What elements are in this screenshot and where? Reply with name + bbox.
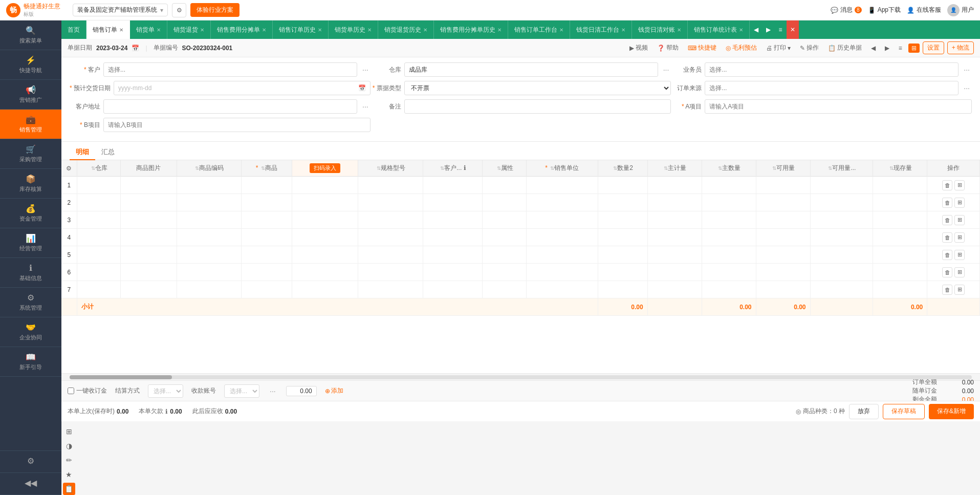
tab-close-icon[interactable]: ✕ bbox=[318, 27, 322, 33]
salesperson-input[interactable] bbox=[705, 62, 959, 77]
warehouse-more-icon[interactable]: ··· bbox=[661, 66, 671, 74]
sidebar-item-finance[interactable]: 💰 资金管理 bbox=[0, 199, 61, 228]
tab-menu-button[interactable]: ≡ bbox=[774, 20, 787, 39]
sidebar-item-purchase[interactable]: 🛒 采购管理 bbox=[0, 139, 61, 169]
checkout-checkbox[interactable] bbox=[68, 388, 74, 394]
view-list-button[interactable]: ≡ bbox=[896, 44, 905, 53]
message-button[interactable]: 💬 消息 8 bbox=[831, 6, 862, 14]
th-available2[interactable]: ⇅可用量... bbox=[810, 160, 873, 177]
tab-return-hist[interactable]: 销货退货历史 ✕ bbox=[378, 20, 434, 39]
sidebar-item-enterprise[interactable]: 🤝 企业协同 bbox=[0, 317, 61, 347]
warehouse-input[interactable] bbox=[404, 62, 658, 77]
shortcut-button[interactable]: ⌨ 快捷键 bbox=[685, 42, 720, 53]
customer-input[interactable] bbox=[103, 62, 357, 77]
online-service-button[interactable]: 👤 在线客服 bbox=[907, 6, 941, 14]
tab-sales-cost[interactable]: 销售费用分摊单 ✕ bbox=[211, 20, 273, 39]
th-warehouse[interactable]: ⇅仓库 bbox=[77, 160, 121, 177]
tab-close-icon[interactable]: ✕ bbox=[200, 27, 204, 33]
th-code[interactable]: ⇅商品编码 bbox=[177, 160, 241, 177]
order-source-more-icon[interactable]: ··· bbox=[962, 84, 972, 92]
th-customer-code[interactable]: ⇅客户... ℹ bbox=[423, 160, 483, 177]
tab-sales-goods[interactable]: 销货单 ✕ bbox=[130, 20, 167, 39]
sidebar-item-marketing[interactable]: 📢 营销推广 bbox=[0, 80, 61, 110]
profit-button[interactable]: ◎ 毛利预估 bbox=[723, 42, 760, 53]
right-panel-icon-2[interactable]: ◑ bbox=[63, 440, 75, 452]
address-input[interactable] bbox=[103, 99, 357, 114]
delete-row-button[interactable]: 🗑 bbox=[942, 232, 952, 243]
view-detail-button[interactable]: ⊞ bbox=[908, 44, 920, 53]
th-sales-unit[interactable]: * ⇅销售单位 bbox=[527, 160, 598, 177]
delete-row-button[interactable]: 🗑 bbox=[942, 285, 952, 295]
tab-close-icon[interactable]: ✕ bbox=[262, 27, 266, 33]
print-button[interactable]: 🖨 打印 ▾ bbox=[763, 42, 794, 53]
tab-daily-workbench[interactable]: 钱货日清工作台 ✕ bbox=[570, 20, 632, 39]
tab-sales-order-hist[interactable]: 销售订单历史 ✕ bbox=[273, 20, 329, 39]
th-image[interactable]: 商品图片 bbox=[121, 160, 177, 177]
tab-sales-order[interactable]: 销售订单 ✕ bbox=[86, 20, 130, 39]
sidebar-item-guide[interactable]: 📖 新手引导 bbox=[0, 347, 61, 377]
th-main-unit[interactable]: ⇅主计量 bbox=[647, 160, 702, 177]
delete-row-button[interactable]: 🗑 bbox=[942, 215, 952, 225]
right-panel-icon-1[interactable]: ⊞ bbox=[63, 425, 75, 438]
salesperson-more-icon[interactable]: ··· bbox=[962, 66, 972, 74]
copy-row-button[interactable]: ⊞ bbox=[954, 285, 965, 295]
a-project-input[interactable] bbox=[705, 99, 972, 114]
delete-row-button[interactable]: 🗑 bbox=[942, 180, 952, 190]
tab-sales-stats[interactable]: 销售订单统计表 ✕ bbox=[688, 20, 750, 39]
tab-summary[interactable]: 汇总 bbox=[95, 145, 121, 160]
user-area[interactable]: 👤 用户 bbox=[947, 4, 974, 16]
tab-close-icon[interactable]: ✕ bbox=[497, 27, 502, 33]
sidebar-collapse-button[interactable]: ◀◀ bbox=[0, 473, 61, 495]
delete-row-button[interactable]: 🗑 bbox=[942, 267, 952, 277]
copy-row-button[interactable]: ⊞ bbox=[954, 232, 965, 243]
tab-detail[interactable]: 明细 bbox=[70, 145, 95, 160]
tab-next-button[interactable]: ▶ bbox=[762, 20, 774, 39]
th-qty2[interactable]: ⇅数量2 bbox=[598, 160, 647, 177]
right-panel-icon-4[interactable]: ★ bbox=[63, 468, 75, 481]
add-logistics-button[interactable]: + 物流 bbox=[947, 41, 974, 54]
tab-close-icon[interactable]: ✕ bbox=[119, 27, 123, 33]
nav-prev-button[interactable]: ◀ bbox=[868, 44, 879, 53]
customer-more-icon[interactable]: ··· bbox=[360, 66, 371, 74]
copy-row-button[interactable]: ⊞ bbox=[954, 198, 965, 208]
settings-button[interactable]: ⚙ bbox=[172, 3, 186, 17]
tab-sales-return[interactable]: 销货退货 ✕ bbox=[167, 20, 211, 39]
app-download-button[interactable]: 📱 App下载 bbox=[868, 6, 901, 14]
sidebar-item-quicknav[interactable]: ⚡ 快捷导航 bbox=[0, 50, 61, 80]
tab-close-icon[interactable]: ✕ bbox=[423, 27, 427, 33]
scan-button[interactable]: 扫码录入 bbox=[310, 163, 340, 173]
add-payment-button[interactable]: ⊕ 添加 bbox=[325, 386, 343, 395]
account-select[interactable]: 选择... bbox=[224, 384, 259, 398]
delivery-date-input[interactable]: yyyy-mm-dd 📅 bbox=[114, 81, 371, 95]
sidebar-settings-button[interactable]: ⚙ bbox=[0, 450, 61, 473]
nav-next-button[interactable]: ▶ bbox=[882, 44, 892, 53]
tab-close-icon[interactable]: ✕ bbox=[157, 27, 161, 33]
address-more-icon[interactable]: ··· bbox=[360, 102, 371, 111]
th-spec[interactable]: ⇅规格型号 bbox=[358, 160, 423, 177]
sidebar-item-operations[interactable]: 📊 经营管理 bbox=[0, 228, 61, 258]
tab-close-icon[interactable]: ✕ bbox=[677, 27, 681, 33]
tab-order-workbench[interactable]: 销售订单工作台 ✕ bbox=[508, 20, 570, 39]
tab-cost-hist[interactable]: 销售费用分摊单历史 ✕ bbox=[434, 20, 508, 39]
tab-home[interactable]: 首页 bbox=[61, 20, 86, 39]
sidebar-item-search[interactable]: 🔍 搜索菜单 bbox=[0, 20, 61, 50]
calendar-icon[interactable]: 📅 bbox=[132, 45, 139, 52]
th-available[interactable]: ⇅可用量 bbox=[756, 160, 810, 177]
order-source-input[interactable] bbox=[705, 81, 959, 95]
copy-row-button[interactable]: ⊞ bbox=[954, 180, 965, 190]
tab-close-icon[interactable]: ✕ bbox=[621, 27, 625, 33]
history-button[interactable]: 📋 历史单据 bbox=[825, 42, 865, 53]
copy-row-button[interactable]: ⊞ bbox=[954, 215, 965, 225]
save-new-button[interactable]: 保存&新增 bbox=[929, 404, 974, 419]
th-property[interactable]: ⇅属性 bbox=[483, 160, 527, 177]
discard-button[interactable]: 放弃 bbox=[849, 404, 879, 419]
action-button[interactable]: ✎ 操作 bbox=[797, 42, 822, 53]
sidebar-item-sales[interactable]: 💼 销售管理 bbox=[0, 110, 61, 139]
payment-method-select[interactable]: 选择... bbox=[148, 384, 183, 398]
right-panel-icon-3[interactable]: ✏ bbox=[63, 454, 75, 466]
copy-row-button[interactable]: ⊞ bbox=[954, 250, 965, 260]
tab-close-icon[interactable]: ✕ bbox=[739, 27, 743, 33]
sidebar-item-system[interactable]: ⚙ 系统管理 bbox=[0, 288, 61, 317]
tab-close-icon[interactable]: ✕ bbox=[367, 27, 372, 33]
h-scroll-thumb[interactable] bbox=[70, 375, 172, 379]
